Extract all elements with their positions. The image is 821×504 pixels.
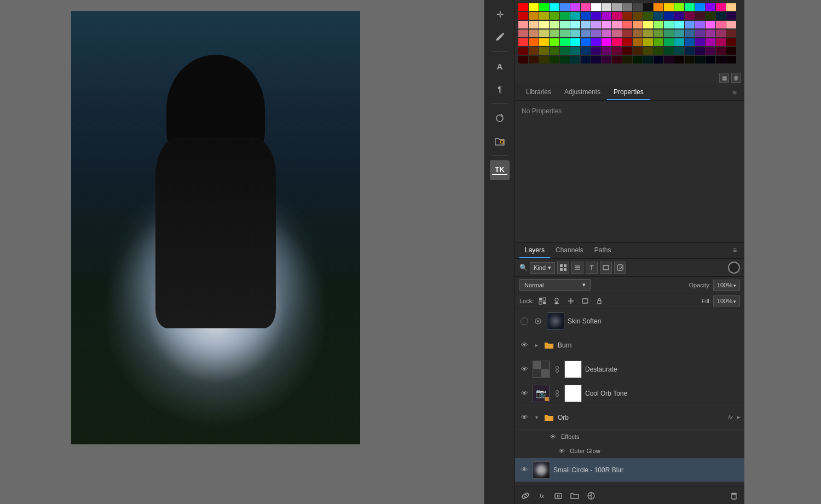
swatch[interactable] — [581, 30, 591, 37]
swatch[interactable] — [726, 56, 736, 63]
tab-properties[interactable]: Properties — [607, 85, 650, 100]
filter-toggle-btn[interactable] — [728, 262, 740, 274]
layer-expand-orb[interactable] — [533, 414, 540, 421]
properties-menu-btn[interactable]: ≡ — [729, 85, 740, 100]
lock-artboard-btn[interactable] — [580, 296, 591, 306]
swatch[interactable] — [518, 56, 528, 63]
layer-expand-burn[interactable] — [533, 341, 540, 349]
swatch[interactable] — [685, 3, 695, 11]
swatch[interactable] — [633, 38, 643, 46]
swatch[interactable] — [602, 56, 611, 63]
swatch[interactable] — [622, 12, 632, 20]
swatch[interactable] — [518, 12, 528, 20]
layer-item-cool-orb-tone[interactable]: 👁 📷 Cool Orb Tone — [515, 381, 744, 405]
swatch[interactable] — [716, 56, 726, 63]
layer-visibility-skin-soften[interactable] — [519, 316, 529, 326]
swatch[interactable] — [518, 21, 528, 28]
swatch[interactable] — [706, 12, 715, 20]
filter-smart-btn[interactable] — [614, 262, 626, 274]
swatch[interactable] — [643, 3, 653, 11]
swatch[interactable] — [674, 3, 684, 11]
swatch[interactable] — [550, 30, 559, 37]
swatch[interactable] — [612, 3, 622, 11]
swatch[interactable] — [560, 21, 570, 28]
filter-kind-dropdown[interactable]: Kind — [530, 262, 555, 274]
swatch[interactable] — [643, 30, 653, 37]
swatch[interactable] — [685, 38, 695, 46]
swatch[interactable] — [664, 38, 674, 46]
swatch[interactable] — [664, 3, 674, 11]
swatch[interactable] — [529, 47, 539, 55]
swatch[interactable] — [622, 21, 632, 28]
swatch[interactable] — [602, 21, 611, 28]
swatch[interactable] — [560, 30, 570, 37]
swatch[interactable] — [539, 12, 549, 20]
tab-adjustments[interactable]: Adjustments — [558, 85, 607, 100]
filter-pixel-btn[interactable] — [557, 262, 569, 274]
swatch[interactable] — [602, 30, 611, 37]
swatch[interactable] — [570, 21, 580, 28]
swatch[interactable] — [664, 47, 674, 55]
swatch[interactable] — [529, 12, 539, 20]
swatch[interactable] — [560, 3, 570, 11]
swatch[interactable] — [622, 38, 632, 46]
layer-item-small-circle[interactable]: 👁 Small Circle - 100R Blur — [515, 458, 744, 482]
layer-effect-effects[interactable]: 👁 Effects — [515, 430, 744, 444]
swatch[interactable] — [622, 56, 632, 63]
swatch[interactable] — [664, 30, 674, 37]
effect-eye-outer-glow[interactable]: 👁 — [557, 446, 566, 456]
blend-mode-dropdown[interactable]: Normal — [519, 279, 591, 291]
swatch[interactable] — [633, 3, 643, 11]
swatch[interactable] — [695, 12, 705, 20]
swatch[interactable] — [726, 3, 736, 11]
swatch[interactable] — [581, 21, 591, 28]
tab-libraries[interactable]: Libraries — [519, 85, 558, 100]
swatch[interactable] — [581, 47, 591, 55]
swatch[interactable] — [560, 38, 570, 46]
paragraph-tool-btn[interactable]: ¶ — [490, 79, 510, 99]
filter-adjustment-btn[interactable] — [571, 262, 583, 274]
swatch[interactable] — [706, 38, 715, 46]
swatch[interactable] — [633, 30, 643, 37]
swatch[interactable] — [674, 38, 684, 46]
swatch[interactable] — [581, 12, 591, 20]
lock-transparent-btn[interactable] — [537, 296, 548, 306]
layer-effect-outer-glow[interactable]: 👁 Outer Glow — [515, 444, 744, 458]
swatch[interactable] — [716, 21, 726, 28]
tk-plugin-btn[interactable]: TK — [490, 160, 510, 180]
swatch[interactable] — [539, 21, 549, 28]
swatch[interactable] — [602, 47, 611, 55]
tab-paths[interactable]: Paths — [589, 243, 617, 258]
swatch[interactable] — [602, 38, 611, 46]
swatch[interactable] — [612, 38, 622, 46]
swatch[interactable] — [622, 3, 632, 11]
layer-visibility-orb[interactable]: 👁 — [519, 413, 529, 422]
fill-input[interactable]: 100% — [713, 296, 740, 306]
swatch[interactable] — [685, 30, 695, 37]
swatch[interactable] — [539, 3, 549, 11]
swatch[interactable] — [602, 3, 611, 11]
swatch[interactable] — [612, 12, 622, 20]
swatch[interactable] — [654, 38, 663, 46]
swatch[interactable] — [570, 47, 580, 55]
swatch[interactable] — [654, 30, 663, 37]
swatch[interactable] — [633, 21, 643, 28]
swatch[interactable] — [685, 56, 695, 63]
layer-item-skin-soften[interactable]: Skin Soften — [515, 309, 744, 333]
layer-visibility-cool-orb-tone[interactable]: 👁 — [519, 389, 529, 398]
layer-item-orb[interactable]: 👁 Orb fx ▸ — [515, 405, 744, 430]
swatch[interactable] — [726, 12, 736, 20]
swatch[interactable] — [591, 21, 601, 28]
swatch[interactable] — [570, 56, 580, 63]
filter-shape-btn[interactable] — [600, 262, 612, 274]
swatch[interactable] — [695, 30, 705, 37]
swatch[interactable] — [716, 3, 726, 11]
swatch-grid-btn[interactable]: ▦ — [719, 73, 729, 83]
swatch[interactable] — [622, 47, 632, 55]
swatch[interactable] — [550, 38, 559, 46]
swatch[interactable] — [674, 56, 684, 63]
swatch[interactable] — [726, 21, 736, 28]
swatch[interactable] — [716, 38, 726, 46]
swatch[interactable] — [643, 38, 653, 46]
swatch[interactable] — [674, 21, 684, 28]
